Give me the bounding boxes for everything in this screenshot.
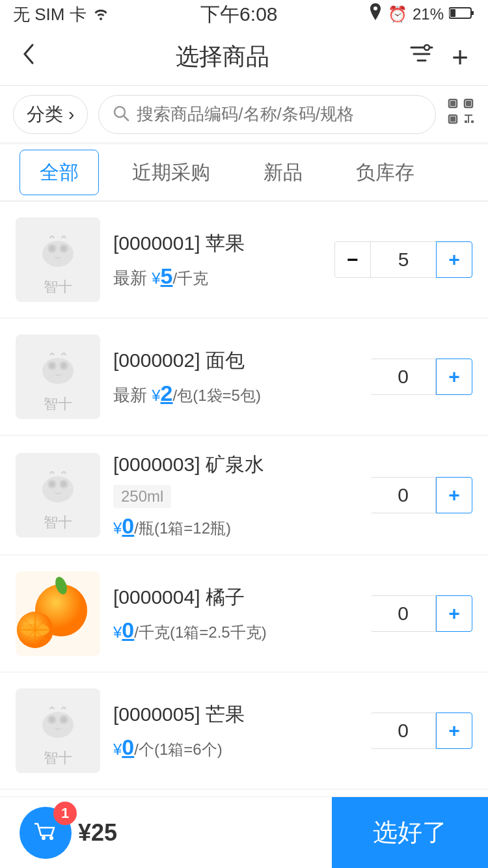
filter-bar: 分类 › <box>0 86 488 143</box>
qty-control-0000004: + <box>371 595 472 632</box>
product-info-0000005: [0000005] 芒果 ¥0/个(1箱=6个) <box>100 701 371 760</box>
product-image-0000004 <box>16 571 100 656</box>
status-left: 无 SIM 卡 <box>13 3 110 26</box>
svg-point-33 <box>61 481 66 487</box>
product-item-0000005: 智十 [0000005] 芒果 ¥0/个(1箱=6个) + <box>0 673 488 789</box>
svg-point-27 <box>49 363 55 368</box>
svg-point-24 <box>42 358 74 384</box>
svg-point-32 <box>49 481 55 487</box>
tab-bar: 全部 近期采购 新品 负库存 <box>0 144 488 202</box>
product-name-0000003: [0000003] 矿泉水 <box>113 452 358 478</box>
product-image-0000001: 智十 <box>16 217 100 302</box>
qty-control-0000005: + <box>371 712 472 749</box>
scan-icon[interactable] <box>446 97 475 131</box>
product-image-0000003: 智十 <box>16 453 100 537</box>
qty-input-0000001[interactable] <box>371 241 436 278</box>
product-item-0000002: 智十 [0000002] 面包 最新 ¥2/包(1袋=5包) + <box>0 319 488 435</box>
svg-rect-12 <box>450 101 455 106</box>
product-name-0000005: [0000005] 芒果 <box>113 701 358 728</box>
product-price-0000005: ¥0/个(1箱=6个) <box>113 735 358 760</box>
cart-icon[interactable]: 1 <box>20 807 72 859</box>
qty-input-0000004[interactable] <box>371 595 436 632</box>
product-info-0000004: [0000004] 橘子 ¥0/千克(1箱=2.5千克) <box>100 584 371 643</box>
svg-point-58 <box>49 836 53 840</box>
category-button[interactable]: 分类 › <box>13 95 88 134</box>
product-item-0000001: 智十 [0000001] 苹果 最新 ¥5/千克 − + <box>0 202 488 318</box>
battery-icon <box>449 5 475 23</box>
product-info-0000003: [0000003] 矿泉水 250ml ¥0/瓶(1箱=12瓶) <box>100 452 371 539</box>
svg-point-29 <box>42 476 74 502</box>
product-image-0000005: 智十 <box>16 688 100 773</box>
qty-control-0000003: + <box>371 477 472 513</box>
category-label: 分类 <box>27 102 63 127</box>
qty-plus-0000001[interactable]: + <box>436 241 472 278</box>
svg-point-57 <box>42 836 46 840</box>
qty-control-0000002: + <box>371 359 472 395</box>
nav-bar: 选择商品 + <box>0 29 488 86</box>
qty-plus-0000004[interactable]: + <box>436 595 472 632</box>
qty-input-0000002[interactable] <box>371 359 436 395</box>
cart-badge: 1 <box>53 802 77 825</box>
product-price-0000003: ¥0/瓶(1箱=12瓶) <box>113 513 358 539</box>
tab-new[interactable]: 新品 <box>243 150 323 195</box>
add-icon[interactable]: + <box>452 41 468 74</box>
product-info-0000002: [0000002] 面包 最新 ¥2/包(1袋=5包) <box>100 347 371 407</box>
product-price-0000004: ¥0/千克(1箱=2.5千克) <box>113 617 358 643</box>
alarm-icon: ⏰ <box>388 5 407 23</box>
svg-rect-2 <box>450 9 455 17</box>
nav-left <box>20 40 38 74</box>
qty-minus-0000001[interactable]: − <box>334 241 371 278</box>
svg-point-19 <box>42 241 74 267</box>
qty-control-0000001: − + <box>334 241 472 278</box>
svg-rect-1 <box>471 11 474 15</box>
svg-line-8 <box>124 116 128 120</box>
status-bar: 无 SIM 卡 下午6:08 ⏰ 21% <box>0 0 488 29</box>
svg-point-22 <box>49 246 55 251</box>
cart-total: ¥25 <box>78 819 117 847</box>
product-item-0000003: 智十 [0000003] 矿泉水 250ml ¥0/瓶(1箱=12瓶) + <box>0 436 488 554</box>
tab-negative[interactable]: 负库存 <box>336 150 435 195</box>
carrier-label: 无 SIM 卡 <box>13 3 87 26</box>
cart-section: 1 ¥25 <box>0 807 332 859</box>
page-title: 选择商品 <box>176 41 269 73</box>
tab-recent[interactable]: 近期采购 <box>112 150 230 195</box>
status-right: ⏰ 21% <box>368 3 475 25</box>
svg-point-28 <box>61 363 66 368</box>
back-button[interactable] <box>20 40 38 74</box>
svg-rect-13 <box>466 101 471 106</box>
product-spec-0000003: 250ml <box>113 485 171 508</box>
qty-input-0000003[interactable] <box>371 477 436 513</box>
product-info-0000001: [0000001] 苹果 最新 ¥5/千克 <box>100 230 334 290</box>
search-input[interactable] <box>137 104 422 124</box>
svg-point-47 <box>49 717 55 722</box>
qty-input-0000005[interactable] <box>371 712 436 749</box>
location-icon <box>368 3 383 25</box>
filter-icon[interactable] <box>407 40 436 74</box>
product-price-0000002: 最新 ¥2/包(1袋=5包) <box>113 381 358 407</box>
tab-all[interactable]: 全部 <box>20 150 99 195</box>
wifi-icon <box>92 5 110 25</box>
search-icon <box>112 104 130 125</box>
search-box[interactable] <box>98 95 436 134</box>
svg-rect-18 <box>465 120 467 123</box>
bottom-bar: 1 ¥25 选好了 <box>0 796 488 868</box>
status-time: 下午6:08 <box>200 1 277 28</box>
product-name-0000001: [0000001] 苹果 <box>113 230 321 257</box>
svg-point-48 <box>61 717 66 722</box>
svg-point-44 <box>42 712 74 738</box>
product-name-0000002: [0000002] 面包 <box>113 347 358 374</box>
svg-point-6 <box>424 45 429 50</box>
product-list: 智十 [0000001] 苹果 最新 ¥5/千克 − + <box>0 202 488 868</box>
product-item-0000004: [0000004] 橘子 ¥0/千克(1箱=2.5千克) + <box>0 556 488 671</box>
confirm-button[interactable]: 选好了 <box>332 797 488 869</box>
svg-point-23 <box>61 246 66 251</box>
qty-plus-0000002[interactable]: + <box>436 359 472 395</box>
svg-rect-14 <box>450 116 455 122</box>
qty-plus-0000005[interactable]: + <box>436 712 472 749</box>
product-image-0000002: 智十 <box>16 334 100 419</box>
battery-label: 21% <box>413 5 444 23</box>
product-price-0000001: 最新 ¥5/千克 <box>113 264 321 290</box>
qty-plus-0000003[interactable]: + <box>436 477 472 513</box>
svg-rect-17 <box>471 120 474 123</box>
product-name-0000004: [0000004] 橘子 <box>113 584 358 611</box>
